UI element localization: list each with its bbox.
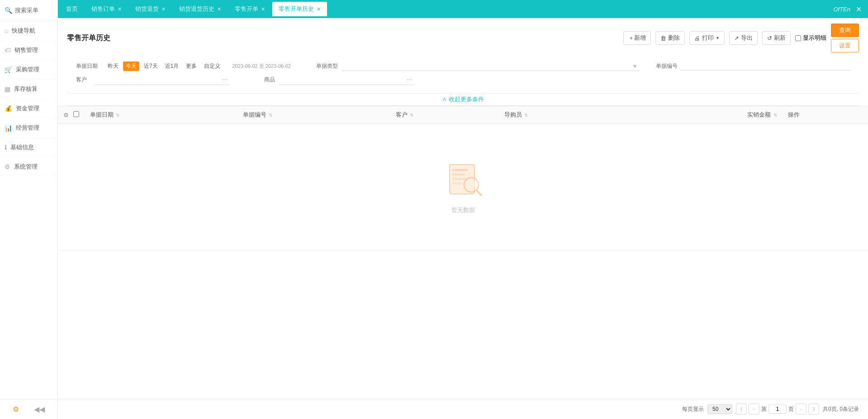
sidebar-item-label: 基础信息 bbox=[10, 143, 34, 151]
sidebar-item-quicknav[interactable]: ⌂ 快捷导航 bbox=[0, 21, 57, 41]
per-page-select[interactable]: 50 10 20 100 bbox=[707, 404, 732, 414]
date-filter-label: 单据日期 bbox=[76, 62, 98, 70]
empty-state: 暂无数据 bbox=[58, 124, 868, 250]
customer-input[interactable] bbox=[96, 76, 222, 83]
display-detail-checkbox[interactable]: 显示明细 bbox=[795, 34, 826, 42]
tab-retail-history[interactable]: 零售开单历史 ✕ bbox=[272, 2, 327, 16]
search-label: 搜索采单 bbox=[15, 6, 38, 14]
date-7days[interactable]: 近7天 bbox=[141, 61, 161, 71]
sidebar-item-management[interactable]: 📊 经营管理 bbox=[0, 118, 57, 138]
tab-close-sales-return[interactable]: ✕ bbox=[161, 6, 166, 12]
collapse-icon[interactable]: ◀◀ bbox=[34, 405, 45, 414]
info-icon: ℹ bbox=[5, 144, 7, 151]
goods-input-wrap: ··· bbox=[279, 75, 414, 85]
cart-icon: 🛒 bbox=[5, 66, 12, 73]
tab-sales-return[interactable]: 销货退货 ✕ bbox=[129, 2, 172, 16]
date-more[interactable]: 更多 bbox=[183, 61, 199, 71]
empty-illustration bbox=[441, 160, 486, 201]
refresh-icon: ↺ bbox=[767, 35, 772, 42]
tab-retail-order[interactable]: 零售开单 ✕ bbox=[228, 2, 271, 16]
delete-icon: 🗑 bbox=[660, 35, 666, 42]
date-1month[interactable]: 近1月 bbox=[162, 61, 182, 71]
delete-button[interactable]: 🗑 删除 bbox=[655, 31, 685, 45]
gear-icon[interactable]: ⚙ bbox=[13, 405, 19, 414]
sidebar-item-purchase[interactable]: 🛒 采购管理 bbox=[0, 60, 57, 80]
export-button[interactable]: ↗ 导出 bbox=[729, 31, 758, 45]
total-info: 共0页, 0条记录 bbox=[823, 405, 859, 413]
doc-type-select[interactable]: ▼ bbox=[342, 62, 640, 71]
sidebar: 🔍 搜索采单 ⌂ 快捷导航 🏷 销售管理 🛒 采购管理 ▦ 库存核算 💰 资金管… bbox=[0, 0, 58, 419]
goods-dots-icon[interactable]: ··· bbox=[407, 75, 413, 84]
setting-button[interactable]: 设置 bbox=[831, 39, 859, 52]
sidebar-item-system[interactable]: ⚙ 系统管理 bbox=[0, 157, 57, 177]
page-input[interactable] bbox=[768, 405, 787, 414]
prev-page-btn[interactable]: ＜ bbox=[749, 404, 759, 414]
empty-svg bbox=[441, 160, 486, 201]
customer-label: 客户 bbox=[76, 76, 87, 84]
sidebar-item-label: 采购管理 bbox=[16, 66, 39, 74]
print-icon: 🖨 bbox=[694, 35, 700, 42]
chart-icon: 📊 bbox=[5, 124, 12, 132]
doc-no-input[interactable] bbox=[683, 63, 848, 69]
settings-icon[interactable]: ⚙ bbox=[63, 112, 69, 118]
doc-no-input-wrap bbox=[681, 62, 850, 71]
window-close-icon[interactable]: ✕ bbox=[856, 5, 862, 14]
display-detail-input[interactable] bbox=[795, 35, 801, 41]
refresh-button[interactable]: ↺ 刷新 bbox=[762, 31, 791, 45]
tab-home[interactable]: 首页 bbox=[60, 2, 84, 16]
sidebar-bottom: ⚙ ◀◀ bbox=[0, 399, 57, 419]
select-all-checkbox[interactable] bbox=[73, 111, 79, 117]
often-label: OfTEn bbox=[833, 6, 850, 13]
customer-dots-icon[interactable]: ··· bbox=[222, 75, 228, 84]
add-icon: ＋ bbox=[628, 34, 634, 42]
svg-point-6 bbox=[467, 180, 476, 189]
tag-icon: 🏷 bbox=[5, 47, 11, 54]
sort-date-icon[interactable]: ⇅ bbox=[116, 113, 119, 118]
svg-rect-4 bbox=[452, 183, 461, 184]
content-area: 零售开单历史 ＋ 新增 🗑 删除 🖨 打印 ▼ bbox=[58, 18, 868, 419]
collapse-bar[interactable]: ∧ 收起更多条件 bbox=[67, 94, 859, 106]
tab-close-sales-return-history[interactable]: ✕ bbox=[217, 6, 221, 12]
sidebar-item-label: 库存核算 bbox=[14, 85, 38, 93]
next-page-btn[interactable]: ＞ bbox=[796, 404, 806, 414]
money-icon: 💰 bbox=[5, 105, 12, 112]
date-custom[interactable]: 自定义 bbox=[201, 61, 223, 71]
sort-amount-icon[interactable]: ⇅ bbox=[773, 113, 777, 118]
database-icon: ▦ bbox=[5, 85, 10, 93]
sidebar-item-label: 快捷导航 bbox=[12, 27, 35, 35]
system-icon: ⚙ bbox=[5, 163, 10, 170]
sort-guide-icon[interactable]: ⇅ bbox=[524, 113, 528, 118]
sidebar-item-finance[interactable]: 💰 资金管理 bbox=[0, 99, 57, 118]
col-docno: 单据编号 ⇅ bbox=[237, 106, 390, 124]
doc-type-label: 单据类型 bbox=[316, 62, 338, 70]
pagination-bar: 每页显示 50 10 20 100 ⟪ ＜ 第 页 ＞ ⟫ 共0页, 0条记录 bbox=[58, 399, 868, 419]
filter-section: 单据日期 昨天 今天 近7天 近1月 更多 自定义 2023-06-02 至 2… bbox=[67, 57, 859, 94]
sort-docno-icon[interactable]: ⇅ bbox=[269, 113, 272, 118]
tab-close-sales-order[interactable]: ✕ bbox=[118, 6, 122, 12]
data-table: ⚙ 单据日期 ⇅ 单据编号 ⇅ 客户 bbox=[58, 106, 868, 251]
tab-sales-return-history[interactable]: 销货退货历史 ✕ bbox=[173, 2, 228, 16]
svg-rect-1 bbox=[452, 169, 468, 171]
sidebar-item-label: 经营管理 bbox=[16, 124, 39, 132]
search-menu[interactable]: 🔍 搜索采单 bbox=[0, 0, 57, 21]
query-button[interactable]: 查询 bbox=[831, 24, 859, 37]
tab-close-retail-history[interactable]: ✕ bbox=[317, 6, 321, 12]
date-yesterday[interactable]: 昨天 bbox=[105, 61, 121, 71]
sidebar-item-sales[interactable]: 🏷 销售管理 bbox=[0, 41, 57, 60]
tab-close-retail-order[interactable]: ✕ bbox=[261, 6, 265, 12]
sidebar-item-inventory[interactable]: ▦ 库存核算 bbox=[0, 80, 57, 99]
last-page-btn[interactable]: ⟫ bbox=[808, 404, 819, 414]
page-end-label: 页 bbox=[788, 405, 794, 413]
tab-bar-right: OfTEn ✕ bbox=[833, 5, 866, 14]
tab-bar: 首页 销售订单 ✕ 销货退货 ✕ 销货退货历史 ✕ 零售开单 ✕ 零售开单历史 … bbox=[58, 0, 868, 18]
tab-sales-order[interactable]: 销售订单 ✕ bbox=[85, 2, 128, 16]
first-page-btn[interactable]: ⟪ bbox=[736, 404, 747, 414]
goods-input[interactable] bbox=[280, 76, 407, 83]
goods-label: 商品 bbox=[264, 76, 275, 84]
svg-rect-2 bbox=[452, 174, 465, 175]
sort-customer-icon[interactable]: ⇅ bbox=[410, 113, 413, 118]
add-button[interactable]: ＋ 新增 bbox=[623, 31, 651, 45]
date-today[interactable]: 今天 bbox=[123, 61, 139, 71]
sidebar-item-basicinfo[interactable]: ℹ 基础信息 bbox=[0, 138, 57, 157]
print-button[interactable]: 🖨 打印 ▼ bbox=[689, 31, 725, 45]
